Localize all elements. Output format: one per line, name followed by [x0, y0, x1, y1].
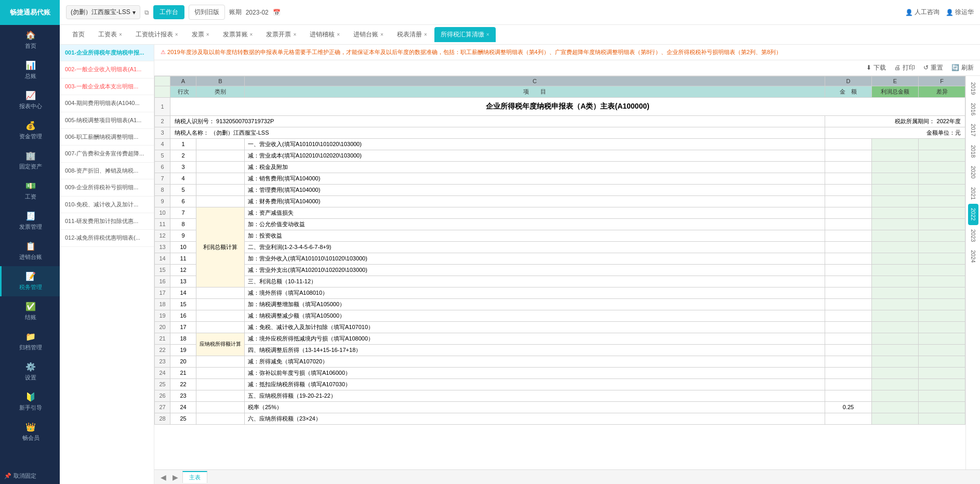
- period-value: 2023-02: [246, 9, 269, 16]
- tab-invoice[interactable]: 发票 ×: [186, 27, 216, 42]
- sidebar-item-salary[interactable]: 💵 工资: [0, 176, 60, 206]
- tax-period-cell: 税款所属期间： 2022年度: [825, 115, 965, 127]
- spreadsheet-wrapper[interactable]: A B C D E F 行次 类别: [154, 76, 965, 470]
- tab-close-sales-verify[interactable]: ×: [337, 32, 340, 37]
- sidebar-item-settings[interactable]: ⚙️ 设置: [0, 357, 60, 387]
- sidebar-item-invoice[interactable]: 🧾 发票管理: [0, 206, 60, 236]
- title-row: 1 企业所得税年度纳税申报表（A类）主表(A100000): [155, 97, 965, 115]
- sub-menu-item-003[interactable]: 003-一般企业成本支出明细...: [60, 79, 154, 95]
- sub-menu-item-005[interactable]: 005-纳税调整项目明细表(A1...: [60, 112, 154, 129]
- tab-income-tax[interactable]: 所得税汇算清缴 ×: [434, 27, 496, 42]
- col-header-A: A: [170, 76, 196, 86]
- header-amount: 金 额: [825, 86, 872, 97]
- tab-home[interactable]: 首页: [66, 27, 91, 42]
- tab-sales-verify[interactable]: 进销稽核 ×: [303, 27, 346, 42]
- table-row: 28 25 六、应纳所得税额（23×24）: [155, 413, 965, 424]
- sidebar-item-label: 固定资产: [19, 163, 42, 171]
- sidebar-item-label: 税务管理: [19, 283, 42, 291]
- sidebar-item-member[interactable]: 👑 畅会员: [0, 417, 60, 447]
- ai-consult-button[interactable]: 👤 人工咨询: [905, 8, 939, 17]
- sidebar-item-settle[interactable]: ✅ 结账: [0, 296, 60, 326]
- table-row: 10 7 利润总额计算 减：资产减值损失: [155, 207, 965, 218]
- year-nav-2024[interactable]: 2024: [968, 246, 978, 267]
- sidebar-item-assets[interactable]: 🏢 固定资产: [0, 146, 60, 176]
- user-avatar[interactable]: 👤 徐运华: [946, 8, 974, 17]
- workbench-button[interactable]: 工作台: [153, 5, 184, 19]
- sheet-nav-next[interactable]: ▶: [170, 473, 180, 481]
- tab-close-salary-stats[interactable]: ×: [175, 32, 178, 37]
- tab-close-tax-clear[interactable]: ×: [424, 32, 427, 37]
- print-button[interactable]: 🖨 打印: [894, 63, 915, 72]
- sidebar-item-funds[interactable]: 💰 资金管理: [0, 115, 60, 146]
- tab-close-invoice[interactable]: ×: [206, 32, 209, 37]
- col-header-rownum: [155, 76, 170, 86]
- sub-menu-item-012[interactable]: 012-减免所得税优惠明细表(...: [60, 230, 154, 246]
- reset-button[interactable]: ↺ 重置: [923, 63, 943, 72]
- tab-close-invoice-open[interactable]: ×: [293, 32, 296, 37]
- sheet-tabs: ◀ ▶ 主表: [154, 469, 980, 484]
- year-nav-2019[interactable]: 2019: [968, 78, 978, 99]
- sidebar-item-guide[interactable]: 🔰 新手引导: [0, 387, 60, 417]
- sidebar-item-reports[interactable]: 📈 报表中心: [0, 85, 60, 115]
- sub-menu-item-006[interactable]: 006-职工薪酬纳税调整明细...: [60, 129, 154, 146]
- sub-menu-item-004[interactable]: 004-期间费用明细表(A1040...: [60, 95, 154, 112]
- sales-icon: 📋: [25, 241, 36, 251]
- year-nav-2021[interactable]: 2021: [968, 183, 978, 204]
- sidebar-item-sales[interactable]: 📋 进销台账: [0, 236, 60, 266]
- tab-invoice-calc[interactable]: 发票算账 ×: [217, 27, 259, 42]
- tab-close-invoice-calc[interactable]: ×: [250, 32, 253, 37]
- sidebar-item-label: 新手引导: [19, 404, 42, 412]
- toolbar: ⬇ 下载 🖨 打印 ↺ 重置 🔄 刷新: [154, 60, 980, 76]
- user-icon: 👤: [946, 9, 953, 16]
- member-icon: 👑: [25, 422, 36, 432]
- sub-menu-item-010[interactable]: 010-免税、减计收入及加计...: [60, 197, 154, 213]
- sub-menu-item-007[interactable]: 007-广告费和业务宣传费超降...: [60, 146, 154, 162]
- sub-menu-item-001[interactable]: 001-企业所得税年度纳税申报...: [60, 45, 154, 61]
- table-row: 18 15 加：纳税调整增加额（填写A105000）: [155, 298, 965, 310]
- year-nav-2018[interactable]: 2018: [968, 141, 978, 162]
- tab-salary[interactable]: 工资表 ×: [92, 27, 128, 42]
- sub-menu-item-011[interactable]: 011-研发费用加计扣除优惠...: [60, 213, 154, 230]
- company-selector[interactable]: (勿删）江西服宝-LSS ▾: [66, 5, 140, 19]
- download-button[interactable]: ⬇ 下载: [866, 63, 886, 72]
- switch-version-button[interactable]: 切到旧版: [189, 5, 225, 20]
- sub-menu-item-002[interactable]: 002-一般企业收入明细表(A1...: [60, 61, 154, 78]
- tab-invoice-open[interactable]: 发票开票 ×: [260, 27, 302, 42]
- tab-close-income-tax[interactable]: ×: [486, 32, 489, 37]
- table-row: 25 22 减：抵扣应纳税所得额（填写A107030）: [155, 378, 965, 390]
- calendar-icon[interactable]: 📅: [273, 9, 281, 16]
- sub-menu-item-008[interactable]: 008-资产折旧、摊销及纳税...: [60, 163, 154, 179]
- sidebar-item-label: 总账: [25, 72, 36, 80]
- table-row: 26 23 五、应纳税所得额（19-20-21-22）: [155, 390, 965, 401]
- sidebar-item-ledger[interactable]: 📊 总账: [0, 55, 60, 85]
- year-nav-2022[interactable]: 2022: [968, 204, 978, 225]
- sub-menu-item-009[interactable]: 009-企业所得税补亏损明细...: [60, 179, 154, 196]
- year-nav-2017[interactable]: 2017: [968, 120, 978, 140]
- table-row: 21 18 应纳税所得额计算 减：境外应税所得抵减境内亏损（填写A108000）: [155, 333, 965, 344]
- company-label: (勿删）江西服宝-LSS: [71, 8, 130, 17]
- refresh-button[interactable]: 🔄 刷新: [951, 63, 974, 72]
- right-panel: ⚠ 2019年度涉及取以前年度结转数据的申报表单元格需要手工维护正确，才能保证本…: [154, 45, 980, 484]
- sidebar: 畅捷通易代账 🏠 首页 📊 总账 📈 报表中心 💰 资金管理 🏢 固定资产 💵 …: [0, 0, 60, 484]
- header-row-num: 行次: [170, 86, 196, 97]
- year-nav-2020[interactable]: 2020: [968, 162, 978, 182]
- sidebar-item-tax[interactable]: 📝 税务管理: [0, 266, 60, 296]
- sheet-nav-prev[interactable]: ◀: [158, 473, 168, 481]
- tab-salary-stats[interactable]: 工资统计报表 ×: [129, 27, 184, 42]
- tab-close-sales-ledger[interactable]: ×: [380, 32, 383, 37]
- copy-icon[interactable]: ⧉: [144, 9, 149, 16]
- table-row: 22 19 四、纳税调整后所得（13-14+15-16-17+18）: [155, 344, 965, 356]
- year-nav-2023[interactable]: 2023: [968, 225, 978, 246]
- year-nav-2016[interactable]: 2016: [968, 99, 978, 120]
- tab-bar: 首页 工资表 × 工资统计报表 × 发票 × 发票算账 × 发票开票 × 进销稽…: [60, 25, 980, 45]
- pin-toggle[interactable]: 📌 取消固定: [0, 468, 60, 484]
- app-logo: 畅捷通易代账: [0, 0, 60, 25]
- sheet-tab-main[interactable]: 主表: [182, 471, 207, 483]
- sidebar-item-home[interactable]: 🏠 首页: [0, 25, 60, 55]
- tab-tax-clear[interactable]: 税表清册 ×: [391, 27, 433, 42]
- tab-close-salary[interactable]: ×: [119, 32, 122, 37]
- sidebar-item-archive[interactable]: 📁 归档管理: [0, 326, 60, 357]
- table-row: 7 4 减：销售费用(填写A104000): [155, 173, 965, 184]
- ledger-icon: 📊: [25, 60, 36, 70]
- tab-sales-ledger[interactable]: 进销台账 ×: [347, 27, 390, 42]
